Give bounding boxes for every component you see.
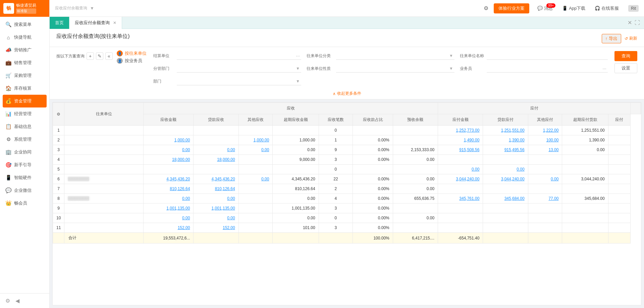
table-cell[interactable]: 100.00 bbox=[528, 135, 562, 145]
settings-footer-icon[interactable]: ⚙ bbox=[5, 298, 10, 304]
add-scheme-button[interactable]: + bbox=[87, 52, 94, 60]
refresh-button[interactable]: ↺ 刷新 bbox=[625, 36, 637, 41]
table-cell[interactable] bbox=[528, 184, 562, 194]
sidebar-item-guide[interactable]: 🎯 新手引导 bbox=[0, 159, 49, 171]
sidebar-item-marketing[interactable]: 📣 营销推广 bbox=[0, 44, 49, 56]
sidebar-item-hardware[interactable]: 📱 智能硬件 bbox=[0, 171, 49, 184]
collapse-scheme-button[interactable]: « bbox=[105, 52, 113, 60]
collapse-sidebar-icon[interactable]: ◀‌ bbox=[15, 298, 19, 304]
table-cell[interactable] bbox=[144, 126, 194, 135]
unit-nature-input[interactable]: ▼ bbox=[336, 64, 454, 73]
table-cell[interactable]: 13.00 bbox=[528, 145, 562, 155]
table-cell[interactable]: 1,222.00 bbox=[528, 126, 562, 135]
tab-arquery[interactable]: 应收应付余额查询 ✕ bbox=[69, 17, 122, 29]
table-cell[interactable] bbox=[238, 165, 273, 174]
sidebar-item-shortcut[interactable]: ⌂ 快捷导航 bbox=[0, 31, 49, 44]
table-cell[interactable]: 810,126.64 bbox=[144, 184, 194, 194]
user-avatar[interactable]: Rit bbox=[628, 5, 639, 12]
table-cell[interactable]: 915,495.56 bbox=[483, 145, 528, 155]
unit-category-input[interactable]: ▼ bbox=[336, 52, 454, 60]
sidebar-item-system[interactable]: ⚙ 系统管理 bbox=[0, 133, 49, 146]
table-cell[interactable] bbox=[238, 213, 273, 223]
sidebar-item-sales[interactable]: 💼 销售管理 bbox=[0, 56, 49, 69]
table-cell[interactable]: 18,000.00 bbox=[144, 155, 194, 165]
collapse-button[interactable]: ∧ 收起更多条件 bbox=[333, 91, 361, 96]
table-cell[interactable] bbox=[144, 165, 194, 174]
table-cell[interactable] bbox=[528, 155, 562, 165]
table-cell[interactable] bbox=[483, 204, 528, 213]
table-cell[interactable] bbox=[528, 223, 562, 233]
salesperson-input[interactable]: ··· bbox=[487, 64, 608, 73]
gear-icon[interactable]: ⚙ bbox=[484, 5, 488, 11]
table-cell[interactable]: 1,001,135.00 bbox=[144, 204, 194, 213]
table-cell[interactable]: 18,000.00 bbox=[194, 155, 238, 165]
table-cell[interactable]: 810,126.64 bbox=[194, 184, 238, 194]
window-maximize-icon[interactable]: ⛶ bbox=[635, 20, 640, 26]
table-cell[interactable]: 345,684.00 bbox=[483, 194, 528, 204]
table-cell[interactable]: 0.00 bbox=[483, 165, 528, 174]
table-cell[interactable]: 1,001,135.00 bbox=[194, 204, 238, 213]
settlement-unit-input[interactable]: ··· bbox=[177, 52, 301, 60]
table-cell[interactable]: 152.00 bbox=[194, 223, 238, 233]
table-cell[interactable]: 0.00 bbox=[194, 213, 238, 223]
table-cell[interactable]: 0.00 bbox=[144, 213, 194, 223]
table-cell[interactable] bbox=[528, 165, 562, 174]
table-cell[interactable] bbox=[438, 213, 483, 223]
query-option-by-unit[interactable]: 👤 按往来单位 bbox=[117, 50, 147, 56]
sidebar-item-enterprise[interactable]: 🏢 企业协同 bbox=[0, 146, 49, 159]
sidebar-item-wechat[interactable]: 💬 企业微信 bbox=[0, 184, 49, 197]
table-cell[interactable] bbox=[238, 184, 273, 194]
table-cell[interactable] bbox=[483, 184, 528, 194]
table-cell[interactable] bbox=[238, 155, 273, 165]
table-cell[interactable]: 0.00 bbox=[144, 194, 194, 204]
window-close-icon[interactable]: ✕ bbox=[628, 19, 632, 26]
table-cell[interactable] bbox=[483, 223, 528, 233]
online-service-button[interactable]: 🎧 在线客服 bbox=[595, 5, 619, 11]
unit-name-input[interactable] bbox=[487, 52, 608, 60]
tab-close-icon[interactable]: ✕ bbox=[113, 20, 116, 25]
table-cell[interactable]: 4,345,436.20 bbox=[194, 174, 238, 184]
sidebar-item-purchase[interactable]: 🛒 采购管理 bbox=[0, 69, 49, 82]
table-cell[interactable] bbox=[194, 126, 238, 135]
table-cell[interactable] bbox=[483, 213, 528, 223]
export-button[interactable]: ↑ 导出 bbox=[602, 34, 622, 43]
solution-button[interactable]: 体验行业方案 bbox=[494, 3, 529, 13]
edit-scheme-button[interactable]: ✎ bbox=[96, 52, 103, 60]
table-cell[interactable]: 77.00 bbox=[528, 194, 562, 204]
table-cell[interactable]: 345,761.00 bbox=[438, 194, 483, 204]
table-cell[interactable] bbox=[438, 223, 483, 233]
sidebar-item-basic[interactable]: 📋 基础信息 bbox=[0, 120, 49, 133]
table-cell[interactable]: 1,252,773.00 bbox=[438, 126, 483, 135]
table-cell[interactable]: 0.00 bbox=[528, 174, 562, 184]
table-cell[interactable]: 1,000.00 bbox=[238, 135, 273, 145]
dept-managed-input[interactable]: ▼ bbox=[177, 64, 301, 73]
table-cell[interactable]: 152.00 bbox=[144, 223, 194, 233]
sidebar-item-finance[interactable]: 💰 资金管理 bbox=[3, 95, 47, 107]
table-cell[interactable]: 3,044,240.00 bbox=[438, 174, 483, 184]
dept-input[interactable]: ▼ bbox=[177, 77, 301, 85]
table-cell[interactable] bbox=[238, 223, 273, 233]
app-download-button[interactable]: 📱 App下载 bbox=[562, 5, 585, 11]
col-settings-header[interactable]: ⚙ bbox=[53, 103, 64, 126]
table-cell[interactable] bbox=[528, 204, 562, 213]
sidebar-item-vip[interactable]: 👑 畅会员 bbox=[0, 197, 49, 210]
table-cell[interactable] bbox=[438, 184, 483, 194]
table-cell[interactable]: 0.00 bbox=[144, 145, 194, 155]
table-cell[interactable]: 0.00 bbox=[438, 165, 483, 174]
table-cell[interactable]: 4,345,436.20 bbox=[144, 174, 194, 184]
table-cell[interactable]: 1,490.00 bbox=[438, 135, 483, 145]
table-cell[interactable] bbox=[194, 165, 238, 174]
table-cell[interactable] bbox=[194, 135, 238, 145]
table-cell[interactable] bbox=[438, 155, 483, 165]
query-option-by-staff[interactable]: 👤 按业务员 bbox=[117, 58, 147, 64]
sidebar-item-search[interactable]: 🔍 搜索菜单 bbox=[0, 18, 49, 31]
table-cell[interactable] bbox=[438, 204, 483, 213]
table-cell[interactable] bbox=[528, 213, 562, 223]
table-cell[interactable]: 1,390.00 bbox=[483, 135, 528, 145]
messages-button[interactable]: 💬 消息 99+ bbox=[537, 5, 553, 11]
table-cell[interactable]: 0.00 bbox=[238, 174, 273, 184]
table-cell[interactable]: 1,251,551.00 bbox=[483, 126, 528, 135]
sidebar-item-inventory[interactable]: 🏠 库存核算 bbox=[0, 82, 49, 95]
table-cell[interactable] bbox=[238, 126, 273, 135]
table-cell[interactable]: 1,000.00 bbox=[144, 135, 194, 145]
